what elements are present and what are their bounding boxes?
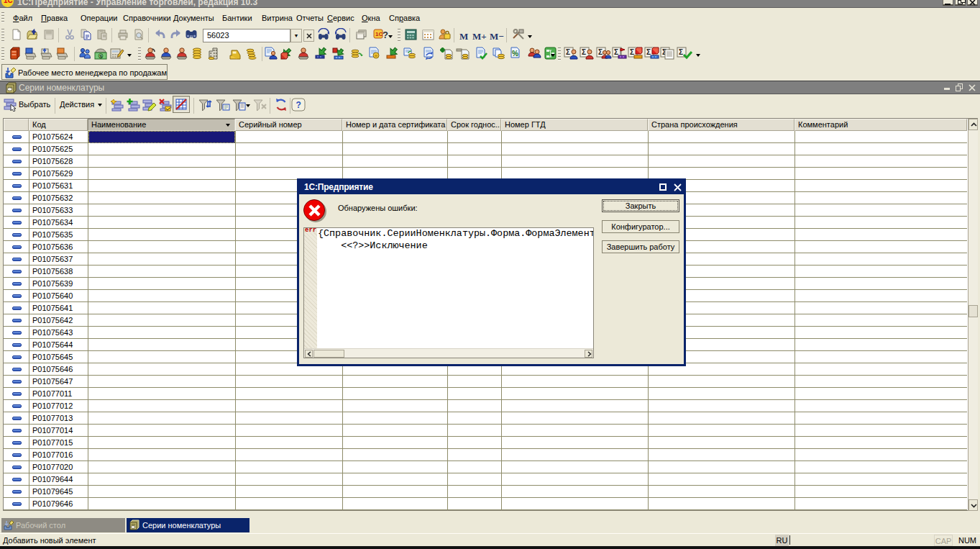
svg-text:Σ: Σ	[582, 48, 586, 56]
svg-text:Σ: Σ	[614, 48, 618, 56]
svg-text:Σ: Σ	[646, 48, 651, 56]
svg-text:?: ?	[383, 30, 388, 40]
svg-text:1С: 1С	[375, 31, 383, 37]
svg-text:Σ: Σ	[598, 48, 603, 56]
svg-text:Σ: Σ	[566, 48, 570, 56]
svg-text:Σ: Σ	[679, 48, 683, 56]
svg-text:?: ?	[296, 100, 301, 110]
svg-text:Σ: Σ	[630, 48, 634, 56]
